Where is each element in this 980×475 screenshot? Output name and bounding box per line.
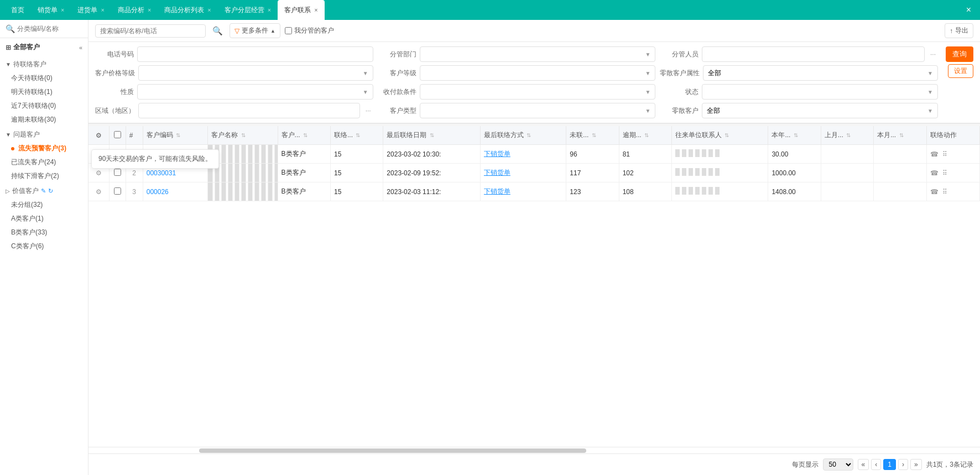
th-last-contact-date[interactable]: 最后联络日期 ⇅ <box>383 126 481 145</box>
scatter-customer-select[interactable]: 全部 ▼ <box>702 103 938 118</box>
chevron-down-icon5: ▼ <box>363 89 368 95</box>
more-conditions-button[interactable]: ▽ 更多条件 ▲ <box>230 23 280 38</box>
row-settings[interactable]: ⚙ <box>88 182 109 201</box>
sidebar-root-label[interactable]: ⊞ 全部客户 « <box>0 38 88 56</box>
tab-goods-list[interactable]: 商品分析列表 × <box>158 0 217 20</box>
sidebar-item-declining[interactable]: 持续下滑客户(2) <box>0 169 88 183</box>
sidebar-section-problem[interactable]: ▼ 问题客户 <box>0 127 88 142</box>
tab-home[interactable]: 首页 <box>4 0 31 20</box>
tab-purchase[interactable]: 进货单 × <box>71 0 111 20</box>
sidebar-item-week[interactable]: 近7天待联络(0) <box>0 99 88 113</box>
scroll-thumb[interactable] <box>199 448 586 453</box>
window-close-button[interactable]: × <box>962 3 976 17</box>
sidebar-section-value[interactable]: ▷ 价值客户 ✎ ↻ <box>0 183 88 198</box>
select-all-checkbox[interactable] <box>114 131 121 138</box>
th-name[interactable]: 客户名称 ⇅ <box>208 126 278 145</box>
last-page-button[interactable]: » <box>910 459 922 470</box>
row-last-contact-method[interactable]: 下销货单 <box>480 164 566 182</box>
filter-row-1: 电话号码 分管部门 ▼ 分管人员 <box>95 46 938 62</box>
manager-input[interactable] <box>702 46 925 62</box>
data-table-area: ⚙ # 客户编码 ⇅ 客户名称 ⇅ 客户... ⇅ <box>88 126 980 447</box>
th-uncontacted[interactable]: 未联... ⇅ <box>566 126 619 145</box>
sidebar-item-type-b[interactable]: B类客户(33) <box>0 226 88 239</box>
price-level-select[interactable]: ▼ <box>138 65 373 81</box>
sidebar-item-today[interactable]: 今天待联络(0) <box>0 71 88 85</box>
filter-field-scatter-customer: 零散客户 全部 ▼ <box>660 103 938 118</box>
th-this-year[interactable]: 本年... ⇅ <box>768 126 821 145</box>
settings-button[interactable]: 设置 <box>948 64 973 78</box>
sidebar-section-pending[interactable]: ▼ 待联络客户 <box>0 56 88 71</box>
horizontal-scrollbar[interactable] <box>88 447 980 453</box>
tab-sales[interactable]: 销货单 × <box>31 0 71 20</box>
th-settings[interactable]: ⚙ <box>88 126 109 145</box>
page-size-select[interactable]: 50 100 <box>823 458 853 471</box>
sidebar-item-tomorrow[interactable]: 明天待联络(1) <box>0 85 88 99</box>
region-dots[interactable]: ··· <box>363 107 373 114</box>
phone-input[interactable] <box>137 46 373 62</box>
close-tab-goods-analysis-icon[interactable]: × <box>148 7 151 13</box>
export-icon: ↑ <box>950 27 953 35</box>
region-input[interactable] <box>138 103 360 118</box>
row-checkbox[interactable] <box>109 182 126 201</box>
contact-icon[interactable]: ☎ <box>930 169 939 177</box>
th-contact-person[interactable]: 往来单位联系人 ⇅ <box>672 126 768 145</box>
close-tab-goods-list-icon[interactable]: × <box>207 7 211 13</box>
refresh-icon[interactable]: ↻ <box>48 187 53 195</box>
collapse-icon[interactable]: « <box>79 44 82 51</box>
edit-icon[interactable]: ✎ <box>41 187 46 195</box>
th-this-month[interactable]: 本月... ⇅ <box>874 126 926 145</box>
th-num: # <box>126 126 143 145</box>
customer-level-select[interactable]: ▼ <box>420 65 656 81</box>
th-overdue[interactable]: 逾期... ⇅ <box>619 126 671 145</box>
filter-search-input[interactable] <box>95 24 206 38</box>
th-contact-count[interactable]: 联络... ⇅ <box>330 126 383 145</box>
sidebar-item-type-a[interactable]: A类客户(1) <box>0 212 88 226</box>
close-tab-customer-layers-icon[interactable]: × <box>268 7 271 13</box>
close-tab-purchase-icon[interactable]: × <box>101 7 104 13</box>
contact-icon[interactable]: ☎ <box>930 150 939 158</box>
customer-type-select[interactable]: ▼ <box>420 103 656 118</box>
query-button[interactable]: 查询 <box>946 46 973 62</box>
th-code[interactable]: 客户编码 ⇅ <box>143 126 207 145</box>
th-last-month[interactable]: 上月... ⇅ <box>821 126 873 145</box>
my-customers-checkbox[interactable]: 我分管的客户 <box>285 26 334 35</box>
sidebar-search-input[interactable] <box>17 25 88 33</box>
sidebar-item-churned[interactable]: 已流失客户(24) <box>0 155 88 169</box>
th-customer-type[interactable]: 客户... ⇅ <box>278 126 330 145</box>
next-page-button[interactable]: › <box>898 459 908 470</box>
scatter-attr-select[interactable]: 全部 ▼ <box>703 65 938 81</box>
row-action[interactable]: ☎ ⠿ <box>926 164 979 182</box>
status-select[interactable]: ▼ <box>702 84 938 100</box>
row-last-contact-method[interactable]: 下销货单 <box>480 182 566 201</box>
first-page-button[interactable]: « <box>858 459 869 470</box>
payment-select[interactable]: ▼ <box>420 84 656 100</box>
close-tab-sales-icon[interactable]: × <box>61 7 64 13</box>
more-action-icon[interactable]: ⠿ <box>942 188 947 196</box>
sidebar-item-type-c[interactable]: C类客户(6) <box>0 239 88 253</box>
more-action-icon[interactable]: ⠿ <box>942 150 947 158</box>
sidebar-item-ungroup[interactable]: 未分组(32) <box>0 198 88 212</box>
tab-customer-contact[interactable]: 客户联系 × <box>278 0 324 20</box>
row-action[interactable]: ☎ ⠿ <box>926 182 979 201</box>
more-action-icon[interactable]: ⠿ <box>942 169 947 177</box>
tab-customer-layers[interactable]: 客户分层经营 × <box>218 0 278 20</box>
filter-search-button[interactable]: 🔍 <box>210 25 225 37</box>
export-button[interactable]: ↑ 导出 <box>945 23 973 38</box>
chevron-down-icon3: ▼ <box>645 70 650 76</box>
dept-select[interactable]: ▼ <box>420 46 656 62</box>
row-action[interactable]: ☎ ⠿ <box>926 145 979 164</box>
my-customers-check[interactable] <box>285 27 292 34</box>
contact-icon[interactable]: ☎ <box>930 188 939 196</box>
th-checkbox[interactable] <box>109 126 126 145</box>
sidebar-item-churn-warn[interactable]: 流失预警客户(3) <box>0 142 88 155</box>
row-this-year: 1408.00 <box>768 182 821 201</box>
row-code[interactable]: 000026 <box>143 182 207 201</box>
row-last-contact-method[interactable]: 下销货单 <box>480 145 566 164</box>
prev-page-button[interactable]: ‹ <box>871 459 881 470</box>
tab-goods-analysis[interactable]: 商品分析 × <box>111 0 158 20</box>
close-tab-customer-contact-icon[interactable]: × <box>314 7 317 13</box>
th-last-contact-method[interactable]: 最后联络方式 ⇅ <box>480 126 566 145</box>
manager-dots[interactable]: ··· <box>928 50 938 58</box>
sidebar-item-overdue[interactable]: 逾期未联络(30) <box>0 113 88 127</box>
nature-select[interactable]: ▼ <box>137 84 373 100</box>
